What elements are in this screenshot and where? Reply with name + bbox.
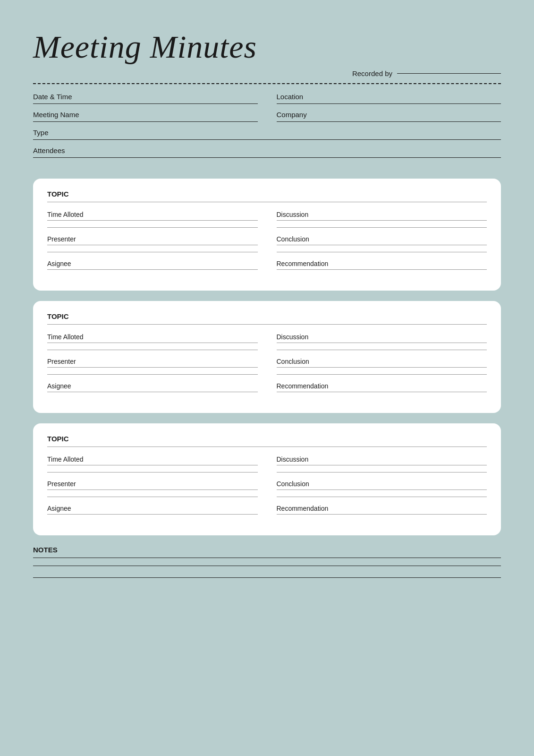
company-field: Company bbox=[277, 111, 501, 122]
topic-1-asignee-block: Asignee bbox=[47, 260, 258, 270]
topic-3-time-alloted-label: Time Alloted bbox=[47, 455, 258, 463]
topic-2-recommendation-label: Recommendation bbox=[277, 382, 487, 390]
topic-3-right-col: Discussion Conclusion Recommendation bbox=[277, 455, 487, 522]
type-field: Type bbox=[33, 129, 501, 140]
topic-2-conclusion-line bbox=[277, 367, 487, 368]
topic-1-discussion-label: Discussion bbox=[277, 211, 487, 218]
topic-3-time-alloted-line2 bbox=[47, 472, 258, 472]
topic-1-right-col: Discussion Conclusion Recommendation bbox=[277, 211, 487, 277]
topic-2-fields: Time Alloted Presenter Asignee Discussio… bbox=[47, 333, 487, 400]
topic-1-conclusion-block: Conclusion bbox=[277, 235, 487, 252]
notes-section: NOTES bbox=[33, 546, 501, 578]
topic-2-header: TOPIC bbox=[47, 312, 487, 325]
topic-1-asignee-label: Asignee bbox=[47, 260, 258, 267]
topic-3-left-col: Time Alloted Presenter Asignee bbox=[47, 455, 258, 522]
topic-1-conclusion-label: Conclusion bbox=[277, 235, 487, 243]
topic-2-conclusion-block: Conclusion bbox=[277, 358, 487, 375]
topic-2-time-alloted-line bbox=[47, 343, 258, 343]
topic-2-recommendation-line bbox=[277, 392, 487, 392]
topic-2-discussion-line2 bbox=[277, 350, 487, 350]
meeting-name-label: Meeting Name bbox=[33, 111, 79, 119]
topic-2-asignee-block: Asignee bbox=[47, 382, 258, 392]
topic-1-presenter-line bbox=[47, 245, 258, 245]
topic-3-discussion-label: Discussion bbox=[277, 455, 487, 463]
topic-1-discussion-block: Discussion bbox=[277, 211, 487, 228]
topic-3-discussion-line bbox=[277, 465, 487, 465]
recorded-by-label: Recorded by bbox=[352, 69, 392, 77]
topic-1-discussion-line2 bbox=[277, 227, 487, 228]
topic-1-fields: Time Alloted Presenter Asignee Discussio… bbox=[47, 211, 487, 277]
attendees-field: Attendees bbox=[33, 146, 501, 158]
location-label: Location bbox=[277, 93, 304, 101]
topic-3-asignee-block: Asignee bbox=[47, 505, 258, 515]
attendees-label: Attendees bbox=[33, 146, 65, 155]
topic-2-recommendation-block: Recommendation bbox=[277, 382, 487, 392]
topic-2-presenter-line bbox=[47, 367, 258, 368]
topic-3-presenter-line2 bbox=[47, 497, 258, 497]
topic-2-asignee-line bbox=[47, 392, 258, 392]
page-title: Meeting Minutes bbox=[33, 28, 501, 66]
topic-3-time-alloted-line bbox=[47, 465, 258, 465]
topic-2-discussion-block: Discussion bbox=[277, 333, 487, 350]
header-fields: Date & Time Location Meeting Name Compan… bbox=[33, 93, 501, 164]
topic-3-discussion-line2 bbox=[277, 472, 487, 472]
topic-1-presenter-line2 bbox=[47, 252, 258, 252]
notes-line-2 bbox=[33, 577, 501, 578]
topic-card-2: TOPIC Time Alloted Presenter Asignee Dis… bbox=[33, 301, 501, 413]
type-label: Type bbox=[33, 129, 49, 137]
header-row-1: Date & Time Location bbox=[33, 93, 501, 111]
topic-3-fields: Time Alloted Presenter Asignee Discussio… bbox=[47, 455, 487, 522]
topic-2-discussion-line bbox=[277, 343, 487, 343]
header-row-2: Meeting Name Company bbox=[33, 111, 501, 129]
header-row-4: Attendees bbox=[33, 146, 501, 164]
topic-2-conclusion-label: Conclusion bbox=[277, 358, 487, 365]
date-time-field: Date & Time bbox=[33, 93, 258, 104]
topic-2-presenter-block: Presenter bbox=[47, 358, 258, 375]
meeting-name-field: Meeting Name bbox=[33, 111, 258, 122]
topic-3-asignee-label: Asignee bbox=[47, 505, 258, 512]
dashed-separator bbox=[33, 83, 501, 84]
topic-2-right-col: Discussion Conclusion Recommendation bbox=[277, 333, 487, 400]
topic-2-time-alloted-label: Time Alloted bbox=[47, 333, 258, 341]
topic-1-conclusion-line2 bbox=[277, 252, 487, 252]
topic-3-conclusion-line2 bbox=[277, 497, 487, 497]
topic-3-presenter-line bbox=[47, 490, 258, 490]
topic-3-presenter-block: Presenter bbox=[47, 480, 258, 497]
topic-1-presenter-label: Presenter bbox=[47, 235, 258, 243]
topic-1-recommendation-block: Recommendation bbox=[277, 260, 487, 270]
topic-3-discussion-block: Discussion bbox=[277, 455, 487, 472]
topic-1-recommendation-line bbox=[277, 269, 487, 270]
topic-1-presenter-block: Presenter bbox=[47, 235, 258, 252]
recorded-by-line bbox=[397, 73, 501, 74]
topic-1-discussion-line bbox=[277, 220, 487, 221]
topic-1-time-alloted-line2 bbox=[47, 227, 258, 228]
topic-2-time-alloted-line2 bbox=[47, 350, 258, 350]
topic-3-time-alloted-block: Time Alloted bbox=[47, 455, 258, 472]
topic-card-1: TOPIC Time Alloted Presenter Asignee Dis… bbox=[33, 179, 501, 291]
topic-3-header: TOPIC bbox=[47, 435, 487, 447]
topic-2-presenter-label: Presenter bbox=[47, 358, 258, 365]
topic-3-asignee-line bbox=[47, 514, 258, 515]
topic-3-recommendation-block: Recommendation bbox=[277, 505, 487, 515]
topic-2-discussion-label: Discussion bbox=[277, 333, 487, 341]
notes-line-1 bbox=[33, 566, 501, 566]
date-time-label: Date & Time bbox=[33, 93, 72, 101]
topic-3-conclusion-label: Conclusion bbox=[277, 480, 487, 488]
topic-3-presenter-label: Presenter bbox=[47, 480, 258, 488]
topic-3-conclusion-line bbox=[277, 490, 487, 490]
notes-label: NOTES bbox=[33, 546, 501, 558]
topic-1-time-alloted-block: Time Alloted bbox=[47, 211, 258, 228]
topic-1-time-alloted-line bbox=[47, 220, 258, 221]
topic-3-recommendation-label: Recommendation bbox=[277, 505, 487, 512]
topic-2-asignee-label: Asignee bbox=[47, 382, 258, 390]
company-label: Company bbox=[277, 111, 307, 119]
header-row-3: Type bbox=[33, 129, 501, 146]
topic-1-conclusion-line bbox=[277, 245, 487, 245]
topic-2-presenter-line2 bbox=[47, 374, 258, 375]
topic-3-conclusion-block: Conclusion bbox=[277, 480, 487, 497]
recorded-by-row: Recorded by bbox=[33, 69, 501, 77]
topic-1-left-col: Time Alloted Presenter Asignee bbox=[47, 211, 258, 277]
topic-1-header: TOPIC bbox=[47, 190, 487, 202]
topic-3-recommendation-line bbox=[277, 514, 487, 515]
topic-2-left-col: Time Alloted Presenter Asignee bbox=[47, 333, 258, 400]
